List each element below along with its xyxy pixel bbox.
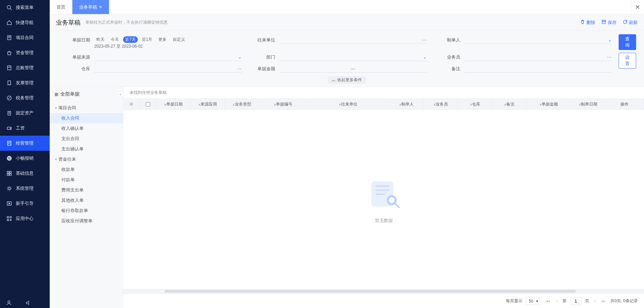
tree-group[interactable]: ▾资金往来 <box>50 154 123 164</box>
chip-today[interactable]: 今天 <box>109 36 121 43</box>
user-icon[interactable] <box>6 300 12 307</box>
amount-input[interactable]: — <box>279 65 427 73</box>
close-all-icon[interactable]: ✕ <box>631 0 644 14</box>
tabs: 首页 业务草稿 ✕ ✕ <box>50 0 644 14</box>
sort-icon: ▴▾ <box>233 102 233 106</box>
tree-leaf[interactable]: 收款单 <box>50 164 123 175</box>
th-warehouse[interactable]: ▴▾仓库 <box>458 99 492 110</box>
sidebar-item-fund[interactable]: 资金管理 <box>0 45 50 60</box>
th-docdate[interactable]: ▴▾单据日期 <box>156 99 191 110</box>
tree-leaf[interactable]: 收入合同 <box>50 113 123 123</box>
col-label: 往来单位 <box>341 101 357 107</box>
filter-label: 备注 <box>434 65 464 72</box>
salesman-input[interactable]: ⋯ <box>464 53 612 61</box>
warehouse-input[interactable]: ⋯ <box>94 65 242 73</box>
tree-leaf[interactable]: 银行存取款单 <box>50 206 123 216</box>
sidebar-item-system[interactable]: 系统管理 <box>0 181 50 196</box>
sound-icon[interactable] <box>25 300 31 307</box>
next-page-button[interactable]: › <box>593 299 597 304</box>
chip-1month[interactable]: 近1月 <box>140 36 155 43</box>
svg-rect-20 <box>10 171 11 173</box>
chevron-down-icon[interactable]: ⌄ <box>608 37 612 42</box>
collapse-left-icon[interactable]: « <box>117 91 123 97</box>
sidebar-item-invoice[interactable]: 发票管理 <box>0 75 50 90</box>
close-icon[interactable]: ✕ <box>99 5 102 9</box>
more-icon[interactable]: ⋯ <box>422 37 427 42</box>
tab-home[interactable]: 首页 <box>50 0 72 14</box>
sidebar-item-nav[interactable]: 快捷导航 <box>0 15 50 30</box>
query-button[interactable]: 查询 <box>619 34 636 50</box>
maker-input[interactable]: ⌄ <box>464 36 612 44</box>
save-button[interactable]: 保存 <box>602 20 617 26</box>
tab-draft[interactable]: 业务草稿 ✕ <box>72 0 109 14</box>
prev-page-button[interactable]: ‹ <box>555 299 559 304</box>
first-page-button[interactable]: ⏮ <box>545 299 551 304</box>
sidebar-item-expense[interactable]: G 小畅报销 <box>0 151 50 166</box>
tree-leaf[interactable]: 其他收入单 <box>50 195 123 206</box>
page-size-select[interactable]: 50 ▾ <box>526 298 541 305</box>
counterparty-input[interactable]: ⋯ <box>279 36 427 44</box>
svg-point-32 <box>389 197 394 203</box>
th-counterparty[interactable]: ▴▾往来单位 <box>307 99 389 110</box>
th-sourceapp[interactable]: ▴▾来源应用 <box>191 99 225 110</box>
sidebar-item-search[interactable]: 搜索菜单 <box>0 0 50 15</box>
page-input[interactable] <box>570 297 582 305</box>
tree-leaf[interactable]: 收入确认单 <box>50 123 123 134</box>
th-remark[interactable]: ▴▾备注 <box>492 99 526 110</box>
source-input[interactable]: ⌄ <box>94 53 242 61</box>
th-amount[interactable]: ▴▾单据金额 <box>526 99 571 110</box>
settings-button[interactable]: 设置 <box>619 53 636 69</box>
sidebar-item-contract[interactable]: 项目合同 <box>0 30 50 45</box>
sidebar-item-label: 经营管理 <box>16 140 34 146</box>
collapse-button[interactable]: ︽ 收起更多条件 <box>328 76 366 84</box>
th-checkbox[interactable] <box>140 99 156 110</box>
th-maker[interactable]: ▴▾制单人 <box>389 99 424 110</box>
empty-text: 暂无数据 <box>375 218 393 224</box>
last-page-button[interactable]: ⏭ <box>600 299 607 304</box>
col-label: 备注 <box>506 101 514 107</box>
appstore-icon <box>6 215 12 222</box>
select-all-checkbox[interactable] <box>146 102 150 107</box>
tree-leaf[interactable]: 应收应付调整单 <box>50 216 123 226</box>
th-makedate[interactable]: ▴▾制单日期 <box>571 99 605 110</box>
chip-7days[interactable]: 近7天 <box>123 36 138 43</box>
svg-rect-25 <box>7 217 9 218</box>
th-gear[interactable]: ⚙ <box>123 99 140 110</box>
sidebar-item-basic[interactable]: 基础信息 <box>0 166 50 181</box>
sidebar-item-ledger[interactable]: 总账管理 <box>0 60 50 75</box>
sidebar-item-asset[interactable]: 固定资产 <box>0 106 50 121</box>
chip-yesterday[interactable]: 昨天 <box>94 36 107 43</box>
chevron-down-icon[interactable]: ⌄ <box>238 54 242 60</box>
building-icon <box>6 110 12 116</box>
gear-icon <box>6 185 12 192</box>
tree-leaf[interactable]: 支出合同 <box>50 134 123 144</box>
empty-illustration-icon <box>365 175 403 213</box>
more-icon[interactable]: ⋯ <box>237 66 242 71</box>
sidebar-item-tax[interactable]: 税务管理 <box>0 90 50 106</box>
tree-leaf[interactable]: 付款单 <box>50 175 123 185</box>
th-salesman[interactable]: ▴▾业务员 <box>424 99 458 110</box>
more-icon[interactable]: ⋯ <box>607 54 612 60</box>
delete-label: 删除 <box>586 20 595 26</box>
dept-input[interactable]: ⌄ <box>279 53 427 61</box>
receipt-icon <box>6 80 12 86</box>
th-biztype[interactable]: ▴▾业务类型 <box>225 99 259 110</box>
delete-button[interactable]: 删除 <box>580 20 595 26</box>
sidebar-item-guide[interactable]: 新手引导 <box>0 196 50 211</box>
remark-input[interactable] <box>464 65 612 73</box>
tree-leaf[interactable]: 支出确认单 <box>50 144 123 154</box>
tree-group[interactable]: ▾项目合同 <box>50 103 123 113</box>
chevron-down-icon[interactable]: ⌄ <box>423 54 427 60</box>
sidebar-item-salary[interactable]: 工资 <box>0 121 50 136</box>
scroll-thumb[interactable] <box>165 290 576 293</box>
chip-custom[interactable]: 自定义 <box>171 36 187 43</box>
tree-leaf[interactable]: 费用支出单 <box>50 185 123 195</box>
horizontal-scrollbar[interactable] <box>123 289 644 294</box>
chip-more[interactable]: 更多 <box>156 36 169 43</box>
svg-rect-21 <box>7 174 9 175</box>
sidebar-item-operation[interactable]: 经营管理 <box>0 136 50 151</box>
sidebar-item-apps[interactable]: 应用中心 <box>0 211 50 226</box>
refresh-button[interactable]: 刷新 <box>623 20 638 26</box>
sort-icon: ▴▾ <box>198 102 199 106</box>
th-docno[interactable]: ▴▾单据编号 <box>259 99 307 110</box>
